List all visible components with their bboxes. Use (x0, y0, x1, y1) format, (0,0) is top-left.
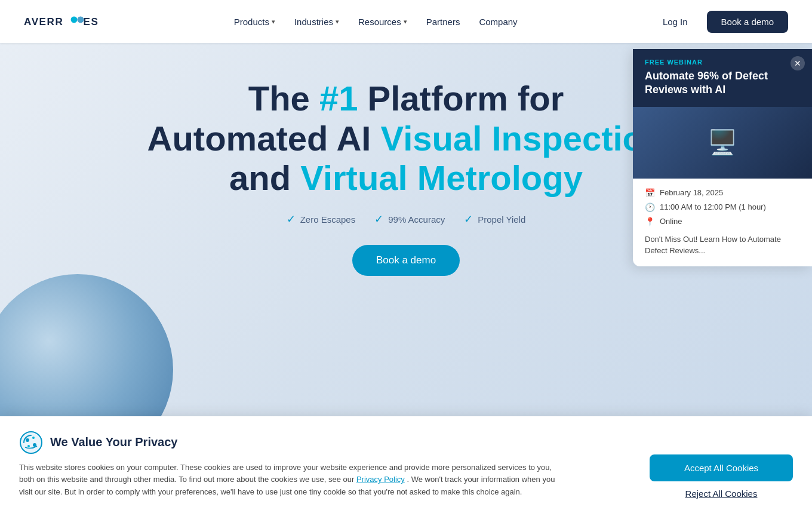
check-icon: ✓ (464, 213, 473, 226)
svg-point-5 (26, 438, 29, 442)
accept-cookies-button[interactable]: Accept All Cookies (650, 454, 793, 481)
badge-zero-escapes: ✓ Zero Escapes (287, 213, 356, 226)
cookie-icon (19, 431, 43, 454)
navbar: AVERR ES Products ▾ Industries ▾ Resourc… (0, 0, 812, 43)
privacy-policy-link[interactable]: Privacy Policy (356, 475, 405, 484)
cookie-banner: We Value Your Privacy This website store… (0, 416, 812, 513)
location-icon: 📍 (645, 217, 655, 226)
check-icon: ✓ (374, 213, 383, 226)
book-demo-hero-button[interactable]: Book a demo (352, 245, 460, 276)
cookie-header: We Value Your Privacy (19, 431, 793, 454)
webinar-title: Automate 96% of Defect Reviews with AI (645, 69, 800, 97)
clock-icon: 🕐 (645, 202, 655, 212)
close-button[interactable]: ✕ (791, 56, 805, 70)
nav-products[interactable]: Products ▾ (226, 12, 284, 32)
webinar-time-row: 🕐 11:00 AM to 12:00 PM (1 hour) (645, 202, 800, 212)
svg-point-1 (71, 16, 78, 23)
svg-point-6 (32, 437, 35, 439)
hero-badges: ✓ Zero Escapes ✓ 99% Accuracy ✓ Propel Y… (287, 213, 526, 226)
logo[interactable]: AVERR ES (24, 13, 98, 30)
calendar-icon: 📅 (645, 188, 655, 198)
webinar-image: 🖥️ (633, 107, 812, 179)
check-icon: ✓ (287, 213, 296, 226)
webinar-description: Don't Miss Out! Learn How to Automate De… (645, 234, 800, 257)
chevron-down-icon: ▾ (336, 18, 339, 26)
nav-links: Products ▾ Industries ▾ Resources ▾ Part… (226, 12, 526, 32)
nav-actions: Log In Book a demo (653, 11, 788, 33)
reject-cookies-button[interactable]: Reject All Cookies (685, 489, 758, 499)
cookie-title: We Value Your Privacy (50, 435, 177, 449)
nav-company[interactable]: Company (470, 12, 525, 32)
svg-point-7 (33, 443, 36, 447)
hero-title: The #1 Platform for Automated AI Visual … (147, 79, 665, 198)
login-button[interactable]: Log In (653, 12, 697, 32)
badge-accuracy: ✓ 99% Accuracy (374, 213, 445, 226)
svg-text:ES: ES (84, 16, 99, 27)
cookie-body: This website stores cookies on your comp… (19, 462, 556, 499)
svg-point-2 (77, 16, 84, 23)
webinar-panel: FREE WEBINAR Automate 96% of Defect Revi… (633, 49, 812, 266)
book-demo-nav-button[interactable]: Book a demo (707, 11, 788, 33)
webinar-badge: FREE WEBINAR (645, 59, 800, 66)
svg-text:AVERR: AVERR (24, 16, 63, 27)
chevron-down-icon: ▾ (404, 18, 407, 26)
nav-resources[interactable]: Resources ▾ (350, 12, 416, 32)
webinar-header: FREE WEBINAR Automate 96% of Defect Revi… (633, 49, 812, 107)
chevron-down-icon: ▾ (272, 18, 275, 26)
webinar-location-row: 📍 Online (645, 217, 800, 226)
nav-industries[interactable]: Industries ▾ (286, 12, 347, 32)
webinar-date-row: 📅 February 18, 2025 (645, 188, 800, 198)
nav-partners[interactable]: Partners (418, 12, 469, 32)
webinar-image-placeholder: 🖥️ (633, 107, 812, 179)
badge-yield: ✓ Propel Yield (464, 213, 525, 226)
cookie-actions: Accept All Cookies Reject All Cookies (650, 454, 793, 499)
svg-point-8 (27, 445, 30, 447)
webinar-body: 📅 February 18, 2025 🕐 11:00 AM to 12:00 … (633, 179, 812, 266)
webinar-meta: 📅 February 18, 2025 🕐 11:00 AM to 12:00 … (645, 188, 800, 226)
